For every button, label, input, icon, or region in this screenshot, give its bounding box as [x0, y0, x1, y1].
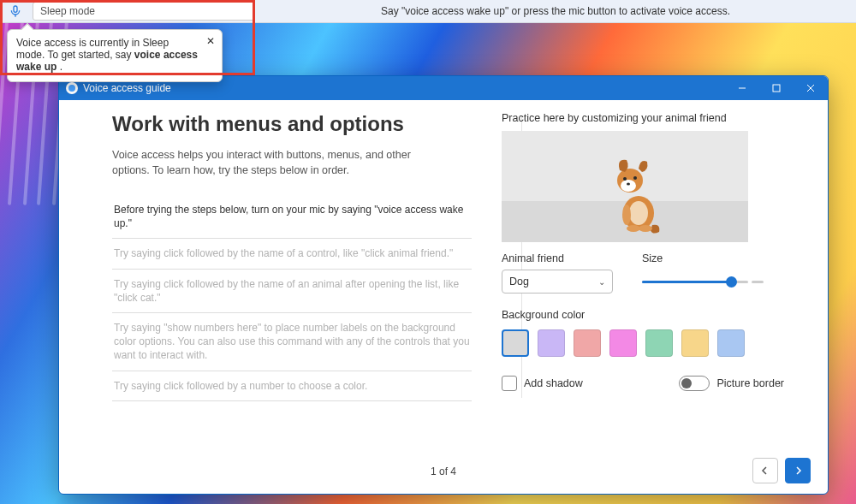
color-swatch[interactable] — [502, 329, 529, 357]
svg-rect-0 — [14, 6, 17, 12]
practice-canvas — [502, 131, 748, 242]
color-swatch[interactable] — [609, 329, 637, 357]
svg-point-11 — [633, 176, 637, 180]
size-slider[interactable] — [642, 270, 764, 294]
close-icon[interactable]: ✕ — [205, 35, 217, 47]
color-swatches — [502, 329, 784, 357]
svg-point-9 — [621, 180, 636, 192]
size-label: Size — [642, 252, 764, 264]
add-shadow-checkbox[interactable] — [502, 376, 517, 391]
color-swatch[interactable] — [681, 329, 709, 357]
svg-point-10 — [623, 177, 627, 181]
animal-friend-image[interactable] — [604, 155, 664, 234]
step-item: Before trying the steps below, turn on y… — [112, 195, 472, 239]
close-button[interactable] — [794, 76, 828, 100]
chevron-down-icon: ⌄ — [598, 277, 605, 287]
add-shadow-label: Add shadow — [524, 377, 583, 389]
window-title: Voice access guide — [83, 82, 171, 94]
voice-access-bar: Sleep mode Say "voice access wake up" or… — [0, 0, 856, 23]
color-swatch[interactable] — [574, 329, 601, 357]
voice-access-hint: Say "voice access wake up" or press the … — [255, 5, 856, 17]
maximize-button[interactable] — [759, 76, 794, 100]
app-icon — [66, 82, 78, 94]
color-swatch[interactable] — [717, 329, 745, 357]
sleep-mode-tooltip: ✕ Voice access is currently in Sleep mod… — [7, 29, 223, 82]
steps-list: Before trying the steps below, turn on y… — [112, 195, 472, 401]
picture-border-label: Picture border — [716, 377, 784, 389]
voice-status-field: Sleep mode — [33, 2, 255, 21]
page-indicator: 1 of 4 — [431, 465, 456, 477]
minimize-button[interactable] — [725, 76, 759, 100]
practice-title: Practice here by customizing your animal… — [502, 112, 784, 124]
prev-button[interactable] — [752, 458, 778, 483]
animal-friend-label: Animal friend — [502, 252, 613, 264]
color-swatch[interactable] — [645, 329, 673, 357]
color-swatch[interactable] — [538, 329, 565, 357]
svg-point-15 — [639, 225, 652, 232]
dropdown-value: Dog — [509, 276, 529, 288]
page-intro: Voice access helps you interact with but… — [112, 148, 446, 178]
svg-point-7 — [629, 201, 648, 225]
step-item: Try saying click followed by a number to… — [112, 371, 472, 401]
mic-icon[interactable] — [7, 3, 24, 20]
tooltip-text: Voice access is currently in Sleep mode.… — [16, 37, 198, 73]
svg-point-14 — [627, 225, 640, 232]
voice-access-guide-window: Voice access guide Work with menus and o… — [58, 75, 829, 495]
svg-point-13 — [622, 205, 631, 225]
svg-point-12 — [627, 183, 630, 186]
page-heading: Work with menus and options — [112, 112, 472, 136]
next-button[interactable] — [785, 458, 811, 483]
background-color-label: Background color — [502, 309, 784, 321]
step-item: Try saying click followed by the name of… — [112, 239, 472, 269]
animal-friend-dropdown[interactable]: Dog ⌄ — [502, 270, 613, 294]
picture-border-toggle[interactable] — [679, 376, 710, 391]
step-item: Try saying click followed by the name of… — [112, 270, 472, 313]
voice-status-text: Sleep mode — [40, 5, 95, 17]
step-item: Try saying "show numbers here" to place … — [112, 313, 472, 371]
svg-rect-3 — [773, 85, 780, 92]
